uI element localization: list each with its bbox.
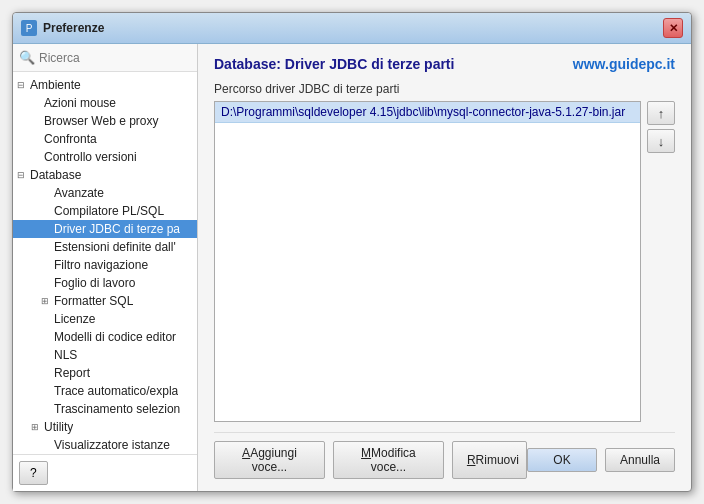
remove-button-label: Rimuovi <box>476 453 519 467</box>
tree-item-label: Controllo versioni <box>44 150 137 164</box>
tree-item-label: Filtro navigazione <box>54 258 148 272</box>
sidebar-bottom: ? <box>13 454 197 491</box>
tree-item-licenze[interactable]: Licenze <box>13 310 197 328</box>
tree-item-azioni-mouse[interactable]: Azioni mouse <box>13 94 197 112</box>
tree-item-compilatore-plsql[interactable]: Compilatore PL/SQL <box>13 202 197 220</box>
close-button[interactable]: ✕ <box>663 18 683 38</box>
main-header: Database: Driver JDBC di terze parti www… <box>214 56 675 72</box>
tree-item-report[interactable]: Report <box>13 364 197 382</box>
title-bar-left: P Preferenze <box>21 20 104 36</box>
tree-item-label: Driver JDBC di terze pa <box>54 222 180 236</box>
tree-item-confronta[interactable]: Confronta <box>13 130 197 148</box>
tree-item-trascinamento[interactable]: Trascinamento selezion <box>13 400 197 418</box>
tree-item-formatter-sql[interactable]: ⊞Formatter SQL <box>13 292 197 310</box>
cancel-button[interactable]: Annulla <box>605 448 675 472</box>
window-title: Preferenze <box>43 21 104 35</box>
tree-item-label: Trace automatico/expla <box>54 384 178 398</box>
main-content: Database: Driver JDBC di terze parti www… <box>198 44 691 491</box>
tree-item-label: Licenze <box>54 312 95 326</box>
tree-item-foglio-lavoro[interactable]: Foglio di lavoro <box>13 274 197 292</box>
watermark: www.guidepc.it <box>573 56 675 72</box>
tree-item-label: Browser Web e proxy <box>44 114 159 128</box>
jdbc-list[interactable]: D:\Programmi\sqldeveloper 4.15\jdbc\lib\… <box>214 101 641 422</box>
tree-item-controllo-versioni[interactable]: Controllo versioni <box>13 148 197 166</box>
tree-item-avanzate[interactable]: Avanzate <box>13 184 197 202</box>
tree-item-ambiente[interactable]: ⊟Ambiente <box>13 76 197 94</box>
tree-item-label: Database <box>30 168 81 182</box>
tree-item-label: Report <box>54 366 90 380</box>
tree-container: ⊟AmbienteAzioni mouseBrowser Web e proxy… <box>13 72 197 454</box>
edit-button[interactable]: MModifica voce... <box>333 441 444 479</box>
tree-item-trace[interactable]: Trace automatico/expla <box>13 382 197 400</box>
expand-icon: ⊟ <box>17 80 27 90</box>
expand-icon: ⊞ <box>31 422 41 432</box>
tree-item-label: Modelli di codice editor <box>54 330 176 344</box>
tree-item-label: Formatter SQL <box>54 294 133 308</box>
tree-item-filtro-navigazione[interactable]: Filtro navigazione <box>13 256 197 274</box>
expand-icon: ⊟ <box>17 170 27 180</box>
title-bar: P Preferenze ✕ <box>13 13 691 44</box>
jdbc-order-buttons: ↑ ↓ <box>647 101 675 422</box>
tree-item-utility[interactable]: ⊞Utility <box>13 418 197 436</box>
section-label: Percorso driver JDBC di terze parti <box>214 82 675 96</box>
tree-item-estensioni[interactable]: Estensioni definite dall' <box>13 238 197 256</box>
tree-item-visualizzatore-istanze[interactable]: Visualizzatore istanze <box>13 436 197 454</box>
search-icon: 🔍 <box>19 50 35 65</box>
dialog-buttons: OK Annulla <box>527 448 675 472</box>
help-button[interactable]: ? <box>19 461 48 485</box>
tree-item-label: Azioni mouse <box>44 96 116 110</box>
ok-button[interactable]: OK <box>527 448 597 472</box>
remove-button[interactable]: RRimuovi <box>452 441 527 479</box>
move-down-button[interactable]: ↓ <box>647 129 675 153</box>
jdbc-list-item[interactable]: D:\Programmi\sqldeveloper 4.15\jdbc\lib\… <box>215 102 640 123</box>
main-title: Database: Driver JDBC di terze parti <box>214 56 454 72</box>
tree-item-label: Trascinamento selezion <box>54 402 180 416</box>
tree-item-label: Foglio di lavoro <box>54 276 135 290</box>
tree-item-label: NLS <box>54 348 77 362</box>
tree-item-browser-web-proxy[interactable]: Browser Web e proxy <box>13 112 197 130</box>
window-body: 🔍 ⊟AmbienteAzioni mouseBrowser Web e pro… <box>13 44 691 491</box>
add-button[interactable]: AAggiungi voce... <box>214 441 325 479</box>
sidebar: 🔍 ⊟AmbienteAzioni mouseBrowser Web e pro… <box>13 44 198 491</box>
window-icon: P <box>21 20 37 36</box>
search-box: 🔍 <box>13 44 197 72</box>
tree-item-label: Confronta <box>44 132 97 146</box>
preferences-window: P Preferenze ✕ 🔍 ⊟AmbienteAzioni mouseBr… <box>12 12 692 492</box>
tree-item-label: Ambiente <box>30 78 81 92</box>
tree-item-driver-jdbc[interactable]: Driver JDBC di terze pa <box>13 220 197 238</box>
tree-item-modelli-codice[interactable]: Modelli di codice editor <box>13 328 197 346</box>
tree-item-label: Compilatore PL/SQL <box>54 204 164 218</box>
expand-icon: ⊞ <box>41 296 51 306</box>
tree-item-nls[interactable]: NLS <box>13 346 197 364</box>
jdbc-list-container: D:\Programmi\sqldeveloper 4.15\jdbc\lib\… <box>214 101 675 422</box>
move-up-button[interactable]: ↑ <box>647 101 675 125</box>
tree-item-label: Avanzate <box>54 186 104 200</box>
bottom-buttons: AAggiungi voce... MModifica voce... RRim… <box>214 432 675 479</box>
tree-item-label: Estensioni definite dall' <box>54 240 176 254</box>
tree-item-label: Utility <box>44 420 73 434</box>
edit-button-label: Modifica voce... <box>371 446 416 474</box>
tree-item-label: Visualizzatore istanze <box>54 438 170 452</box>
action-buttons: AAggiungi voce... MModifica voce... RRim… <box>214 441 527 479</box>
add-button-label: Aggiungi voce... <box>250 446 297 474</box>
search-input[interactable] <box>39 51 191 65</box>
tree-item-database[interactable]: ⊟Database <box>13 166 197 184</box>
